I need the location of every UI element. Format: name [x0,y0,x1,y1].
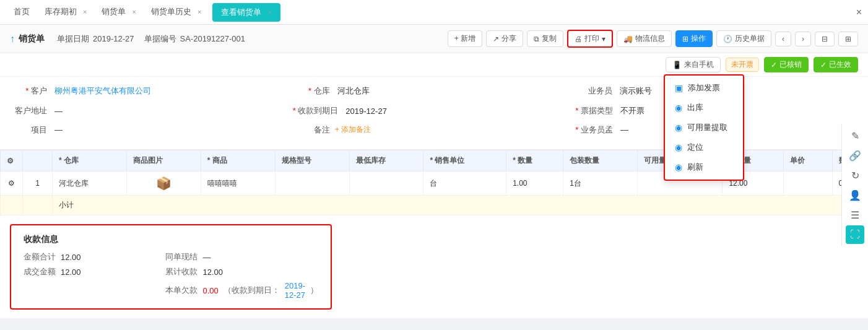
history-icon: 🕐 [723,35,732,43]
outstanding-date: 2019-12-27 [285,281,305,300]
menu-outbound[interactable]: ◉ 出库 [665,98,743,118]
sidebar-list-icon[interactable]: ☰ [846,206,864,224]
menu-add-invoice[interactable]: ▣ 添加发票 [665,78,743,98]
next-button[interactable]: › [795,32,811,46]
col-min-stock: 最低库存 [349,150,423,172]
warehouse-field: * 仓库 河北仓库 [293,84,576,98]
col-product-img: 商品图片 [126,150,201,172]
doc-number-field: 单据编号 SA-20191227-001 [144,33,246,45]
tab-inventory-init[interactable]: 库存期初 × [37,0,94,25]
outstanding-suffix2: ） [310,285,318,296]
ticket-type-label: * 票据类型 [575,105,613,116]
cell-settings[interactable]: ⚙ [1,172,23,196]
address-value: — [52,105,65,117]
doc-number-value: SA-20191227-001 [180,34,246,43]
confirm-button[interactable]: ✓ 已核销 [764,57,809,72]
grid-view-button[interactable]: ⊟ [815,32,835,46]
col-pack-qty: 包装数量 [563,150,638,172]
copy-button[interactable]: ⧉ 复制 [527,30,563,47]
sidebar-edit-icon[interactable]: ✎ [846,126,864,145]
ticket-type-value: 不开票 [618,104,647,118]
close-tab-inventory[interactable]: × [83,8,87,15]
outstanding-suffix: （收款到期日： [224,285,280,296]
cell-unit-price [784,172,832,196]
sidebar-fullscreen-icon[interactable]: ⛶ [846,225,864,244]
menu-locate[interactable]: ◉ 定位 [665,137,743,157]
customer-value[interactable]: 柳州粤港平安气体有限公司 [52,84,154,98]
cell-unit: 台 [423,172,506,196]
col-settings: ⚙ [1,150,23,172]
cell-num: 1 [23,172,53,196]
print-button[interactable]: 🖨 打印 ▾ [567,30,613,48]
sidebar-refresh-icon[interactable]: ↻ [846,166,864,185]
summary-deal-amount: 成交金额 12.00 [24,266,147,277]
summary-total-received: 累计收款 12.00 [165,266,318,277]
col-product: * 商品 [201,150,275,172]
cell-quantity: 1.00 [506,172,563,196]
salesperson-label: 业务员 [575,85,612,97]
same-settlement-label: 同单现结 [165,251,197,263]
doc-date-label: 单据日期 [57,33,89,45]
close-tab-view[interactable]: × [267,9,271,16]
copy-icon: ⧉ [534,35,539,43]
right-sidebar: ✎ 🔗 ↻ 👤 ☰ ⛶ [841,124,868,246]
cell-product-img: 📦 [126,172,201,196]
total-amount-value: 12.00 [61,253,81,262]
sidebar-link-icon[interactable]: 🔗 [846,146,864,165]
tab-bar: 首页 库存期初 × 销货单 × 销货单历史 × 查看销货单 × × [0,0,868,25]
summary-total-amount: 金额合计 12.00 [24,251,147,263]
window-close-button[interactable]: × [856,7,862,18]
total-amount-label: 金额合计 [24,251,56,263]
available-qty-icon: ◉ [675,123,682,132]
history-button[interactable]: 🕐 历史单据 [716,30,771,47]
operations-button[interactable]: ⊞ 操作 [675,30,713,47]
menu-available-qty[interactable]: ◉ 可用量提取 [665,118,743,137]
tab-sales-history[interactable]: 销货单历史 × [144,0,209,25]
check-icon: ✓ [771,61,777,69]
outstanding-value: 0.00 [202,286,218,295]
locate-icon: ◉ [675,142,682,152]
cell-min-stock [349,172,423,196]
customer-label: * 客户 [10,85,47,97]
tab-home[interactable]: 首页 [6,0,37,25]
document-header: ↑ 销货单 单据日期 2019-12-27 单据编号 SA-20191227-0… [0,25,868,53]
outbound-icon: ◉ [675,103,682,113]
toolbar: + 新增 ↗ 分享 ⧉ 复制 🖨 打印 ▾ 🚚 物流信息 ⊞ 操作 [448,30,858,48]
col-unit: * 销售单位 [423,150,506,172]
from-phone-button[interactable]: 📱 来自手机 [666,57,721,72]
share-button[interactable]: ↗ 分享 [486,30,523,47]
same-settlement-value: — [202,253,210,262]
tab-view-sales[interactable]: 查看销货单 × [212,3,280,22]
summary-box: 收款信息 金额合计 12.00 同单现结 — 成交金额 12.00 累计收款 1… [10,224,332,310]
salesperson2-value: — [618,124,631,136]
logistics-button[interactable]: 🚚 物流信息 [617,30,672,47]
prev-button[interactable]: ‹ [775,32,791,46]
add-remark-button[interactable]: + 添加备注 [335,124,371,135]
summary-same-settlement: 同单现结 — [165,251,318,263]
subtotal-empty [1,196,23,215]
doc-date-value: 2019-12-27 [93,34,134,43]
summary-title: 收款信息 [24,234,318,245]
col-quantity: * 数量 [506,150,563,172]
deal-amount-value: 12.00 [61,267,81,277]
cell-spec [275,172,349,196]
project-field: 项目 — [10,124,293,136]
tab-sales-order[interactable]: 销货单 × [94,0,143,25]
sidebar-user-icon[interactable]: 👤 [846,186,864,204]
refresh-icon: ◉ [675,162,682,172]
doc-date-field: 单据日期 2019-12-27 [57,33,134,45]
close-tab-sales[interactable]: × [132,8,136,15]
warehouse-label: * 仓库 [293,85,330,97]
doc-type-icon: ↑ [10,33,15,45]
menu-refresh[interactable]: ◉ 刷新 [665,157,743,177]
close-tab-history[interactable]: × [197,8,201,15]
total-received-label: 累计收款 [165,266,197,277]
new-button[interactable]: + 新增 [448,30,482,47]
share-icon: ↗ [493,35,499,43]
payment-date-label: * 收款到期日 [293,105,339,116]
doc-type-label: 销货单 [19,33,45,45]
list-view-button[interactable]: ⊞ [838,32,858,46]
col-unit-price: 单价 [784,150,832,172]
effective-button[interactable]: ✓ 已生效 [814,57,858,72]
subtotal-empty2 [23,196,53,215]
